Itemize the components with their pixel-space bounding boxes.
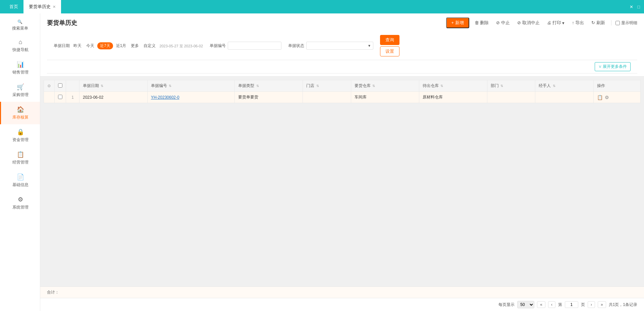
cancel-stop-button[interactable]: ⊘ 取消中止 xyxy=(515,18,542,27)
quick-nav-icon: ⌂ xyxy=(19,39,22,46)
sidebar-item-operations[interactable]: 📋 经营管理 xyxy=(0,147,40,169)
toolbar: + 新增 🗑 删除 ⊘ 中止 ⊘ 取消中止 🖨 打印 ▾ ↑ 导出 ↻ 刷新 显… xyxy=(446,17,637,28)
row-select-checkbox[interactable] xyxy=(58,95,62,99)
col-store[interactable]: 门店 ⇅ xyxy=(303,80,351,92)
row-doc-number[interactable]: YH-20230602-0 xyxy=(147,92,234,103)
sidebar-item-label: 资金管理 xyxy=(12,137,29,143)
row-handler xyxy=(535,92,593,103)
expand-row: ∨ 展开更多条件 xyxy=(47,60,637,74)
col-num xyxy=(66,80,79,92)
status-select[interactable]: ▾ xyxy=(306,42,373,50)
sidebar: 🔍 搜索菜单 ⌂ 快捷导航 📊 销售管理 🛒 采购管理 🏠 库存核算 🔒 资金管… xyxy=(0,13,40,311)
show-detail-label: 显示明细 xyxy=(621,20,637,26)
total-label: 合计： xyxy=(47,290,59,295)
sort-icon-department: ⇅ xyxy=(500,84,503,88)
date-opt-more[interactable]: 更多 xyxy=(129,42,141,49)
tab-home-label: 首页 xyxy=(9,4,18,10)
sidebar-item-label: 经营管理 xyxy=(12,160,29,165)
prev-page-btn[interactable]: ‹ xyxy=(548,301,555,308)
action-more-icon[interactable]: ⚙ xyxy=(605,95,609,100)
setting-button[interactable]: 设置 xyxy=(380,46,399,56)
row-settings xyxy=(44,92,55,103)
filter-actions: 查询 设置 xyxy=(380,35,399,56)
date-opt-yesterday[interactable]: 昨天 xyxy=(72,42,83,49)
per-page-label: 每页显示 xyxy=(498,302,515,308)
doc-number-label: 单据编号 xyxy=(210,43,226,49)
pagination-bar: 每页显示 50 100 200 « ‹ 第 页 › » 共1页，1条记录 xyxy=(40,298,644,311)
tab-home[interactable]: 首页 xyxy=(4,0,23,13)
col-handler[interactable]: 经手人 ⇅ xyxy=(535,80,593,92)
sidebar-item-finance[interactable]: 🔒 资金管理 xyxy=(0,124,40,147)
window-close-btn[interactable]: ✕ xyxy=(630,4,633,9)
basic-icon: 📄 xyxy=(17,173,24,181)
sidebar-item-quick-nav[interactable]: ⌂ 快捷导航 xyxy=(0,35,40,57)
print-dropdown-icon[interactable]: ▾ xyxy=(562,20,565,26)
date-opt-7days[interactable]: 近7天 xyxy=(97,42,113,49)
print-button[interactable]: 🖨 打印 ▾ xyxy=(545,18,567,27)
per-page-select[interactable]: 50 100 200 xyxy=(517,301,534,308)
show-detail-toggle[interactable]: 显示明细 xyxy=(615,20,637,26)
sidebar-item-label: 库存核算 xyxy=(12,115,29,120)
inventory-icon: 🏠 xyxy=(17,106,24,113)
main-layout: 🔍 搜索菜单 ⌂ 快捷导航 📊 销售管理 🛒 采购管理 🏠 库存核算 🔒 资金管… xyxy=(0,13,644,311)
row-checkbox[interactable] xyxy=(55,92,66,103)
show-detail-checkbox[interactable] xyxy=(615,21,620,25)
sidebar-item-basic[interactable]: 📄 基础信息 xyxy=(0,169,40,192)
row-action: 📋 ⚙ xyxy=(593,92,640,103)
row-doc-type: 要货单要货 xyxy=(235,92,303,103)
first-page-btn[interactable]: « xyxy=(537,301,545,308)
col-doc-number[interactable]: 单据编号 ⇅ xyxy=(147,80,234,92)
sidebar-search[interactable]: 🔍 搜索菜单 xyxy=(0,16,40,35)
status-dropdown-icon: ▾ xyxy=(368,43,370,48)
table-footer: 合计： xyxy=(40,286,644,298)
sort-icon-pending-warehouse: ⇅ xyxy=(440,84,443,88)
filter-bar: 单据日期 昨天 今天 近7天 近1月 更多 自定义 2023-05-27 至 2… xyxy=(47,32,637,60)
date-opt-today[interactable]: 今天 xyxy=(85,42,96,49)
action-edit-icon[interactable]: 📋 xyxy=(597,95,603,100)
col-action: 操作 xyxy=(593,80,640,92)
sales-icon: 📊 xyxy=(17,61,24,68)
date-filter-label: 单据日期 xyxy=(54,43,70,49)
doc-number-link[interactable]: YH-20230602-0 xyxy=(151,95,179,100)
sort-icon-doc-type: ⇅ xyxy=(256,84,259,88)
col-doc-type[interactable]: 单据类型 ⇅ xyxy=(235,80,303,92)
col-req-warehouse[interactable]: 要货仓库 ⇅ xyxy=(351,80,419,92)
doc-number-input[interactable] xyxy=(228,42,281,50)
window-maximize-btn[interactable]: □ xyxy=(637,4,640,9)
new-button[interactable]: + 新增 xyxy=(446,17,469,28)
sort-icon-doc-number: ⇅ xyxy=(169,84,171,88)
date-opt-1month[interactable]: 近1月 xyxy=(114,42,128,49)
expand-button[interactable]: ∨ 展开更多条件 xyxy=(595,62,631,71)
col-department[interactable]: 部门 ⇅ xyxy=(487,80,535,92)
sidebar-item-purchase[interactable]: 🛒 采购管理 xyxy=(0,79,40,102)
sidebar-item-inventory[interactable]: 🏠 库存核算 xyxy=(0,102,40,124)
status-label: 单据状态 xyxy=(288,43,304,49)
sort-icon-doc-date: ⇅ xyxy=(101,84,103,88)
delete-button[interactable]: 🗑 删除 xyxy=(473,18,491,27)
main-content: 要货单历史 + 新增 🗑 删除 ⊘ 中止 ⊘ 取消中止 🖨 打印 ▾ ↑ 导出 … xyxy=(40,13,644,311)
refresh-button[interactable]: ↻ 刷新 xyxy=(589,18,607,27)
page-input[interactable] xyxy=(565,301,578,308)
sidebar-item-sales[interactable]: 📊 销售管理 xyxy=(0,57,40,79)
tab-history-close[interactable]: ✕ xyxy=(53,5,56,9)
date-opt-custom[interactable]: 自定义 xyxy=(142,42,157,49)
row-num: 1 xyxy=(66,92,79,103)
select-all-checkbox[interactable] xyxy=(58,83,62,88)
next-page-btn[interactable]: › xyxy=(588,301,595,308)
last-page-btn[interactable]: » xyxy=(598,301,606,308)
col-doc-date[interactable]: 单据日期 ⇅ xyxy=(79,80,148,92)
col-pending-warehouse[interactable]: 待出仓库 ⇅ xyxy=(419,80,487,92)
sidebar-item-system[interactable]: ⚙ 系统管理 xyxy=(0,192,40,214)
table-header-row: ⚙ 单据日期 ⇅ 单据编号 ⇅ xyxy=(44,80,641,92)
tab-history[interactable]: 要货单历史 ✕ xyxy=(23,0,61,13)
stop-button[interactable]: ⊘ 中止 xyxy=(494,18,512,27)
row-department xyxy=(487,92,535,103)
doc-number-filter-group: 单据编号 xyxy=(210,42,281,50)
page-unit: 页 xyxy=(581,302,585,308)
query-button[interactable]: 查询 xyxy=(380,35,399,45)
col-settings[interactable]: ⚙ xyxy=(44,80,55,92)
finance-icon: 🔒 xyxy=(17,128,24,136)
sidebar-item-label: 采购管理 xyxy=(12,92,29,98)
row-req-warehouse: 车间库 xyxy=(351,92,419,103)
export-button[interactable]: ↑ 导出 xyxy=(570,18,586,27)
